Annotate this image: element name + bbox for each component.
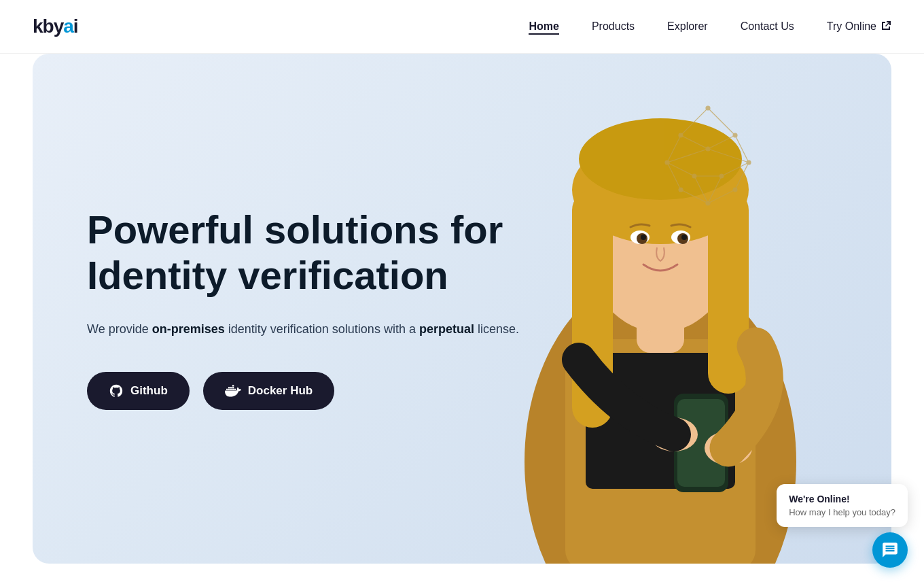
svg-point-8 [579,118,742,200]
nav-link-explorer[interactable]: Explorer [667,20,708,32]
nav-link-home[interactable]: Home [529,20,558,35]
hero-content: Powerful solutions for Identity verifica… [87,207,519,410]
external-link-icon [881,20,891,33]
nav-link-try-online[interactable]: Try Online [827,20,891,33]
chat-status: We're Online! [789,494,895,504]
nav-item-home[interactable]: Home [529,20,558,33]
svg-point-13 [641,235,646,240]
nav-item-try-online[interactable]: Try Online [827,20,891,33]
navbar: kbyai Home Products Explorer Contact Us … [0,0,924,54]
nav-links: Home Products Explorer Contact Us Try On… [529,20,891,33]
svg-rect-7 [708,190,749,394]
chat-icon [881,541,899,559]
chat-bubble: We're Online! How may I help you today? [777,484,908,527]
hero-section: Powerful solutions for Identity verifica… [33,54,891,564]
svg-point-14 [681,235,687,240]
hero-description: We provide on-premises identity verifica… [87,320,519,339]
github-button[interactable]: Github [87,372,190,410]
nav-link-products[interactable]: Products [592,20,635,32]
nav-link-contact[interactable]: Contact Us [741,20,794,32]
github-icon [109,383,124,398]
chat-open-button[interactable] [872,532,908,568]
docker-icon [225,383,241,399]
chat-widget: We're Online! How may I help you today? [777,484,908,568]
nav-item-products[interactable]: Products [592,20,635,33]
docker-hub-button[interactable]: Docker Hub [203,372,334,410]
logo[interactable]: kbyai [33,16,78,37]
chat-prompt: How may I help you today? [789,507,895,517]
hero-buttons: Github Docker Hub [87,372,519,410]
nav-item-contact[interactable]: Contact Us [741,20,794,33]
hero-title: Powerful solutions for Identity verifica… [87,207,519,298]
nav-item-explorer[interactable]: Explorer [667,20,708,33]
